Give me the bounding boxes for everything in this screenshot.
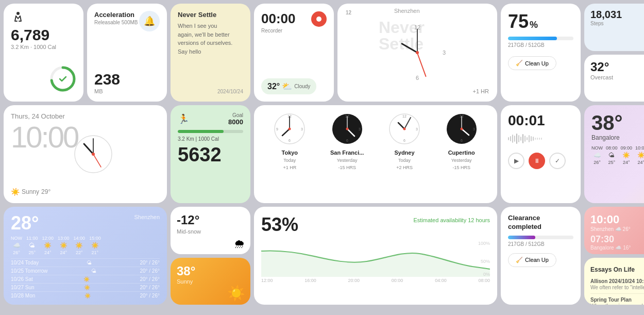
notes-title: Essays On Life bbox=[590, 266, 635, 273]
fitness-runner-icon: 🏃 bbox=[178, 113, 189, 125]
steps-18031-count: 18,031 bbox=[590, 9, 622, 21]
cleanup-label: Clean Up bbox=[525, 60, 549, 67]
date-weather: ☀️ Sunny 29° bbox=[11, 188, 50, 196]
clock-city: Shenzhen bbox=[394, 8, 420, 14]
time-offset: +1 HR bbox=[473, 88, 489, 94]
battery-time-labels: 12:0016:0020:0000:0004:0008:00 bbox=[261, 278, 490, 283]
never-settle-text: When I see you again, we'll be better ve… bbox=[178, 22, 243, 56]
shenzhen-forecast: 10/24 Today🌤20° / 26° 10/25 Tomorrow🌤20°… bbox=[11, 258, 160, 300]
play-button[interactable]: ▶ bbox=[508, 153, 524, 169]
pink-clock-time: 10:00 bbox=[590, 213, 644, 226]
fitness-steps: 5632 bbox=[178, 144, 243, 166]
storage-bar-fill bbox=[508, 37, 557, 40]
fitness-bar bbox=[178, 130, 224, 133]
snow-condition: Mid-snow bbox=[177, 228, 244, 235]
weather-temp-32: 32° bbox=[590, 60, 609, 74]
clock-overlay-svg bbox=[73, 134, 114, 175]
activity-arc bbox=[49, 65, 76, 92]
shenzhen-temp: 28° bbox=[11, 214, 39, 233]
clock-sydney: 12 3 6 Sydney Today +2 HRS bbox=[388, 112, 421, 170]
cleanup-label-2: Clean Up bbox=[525, 257, 549, 263]
clock-sf: 12 3 6 San Franci... Yesterday -15 HRS bbox=[330, 112, 364, 170]
storage-label: MB bbox=[94, 88, 120, 94]
clearance-size: 217GB / 512GB bbox=[508, 241, 573, 247]
right-stack-widgets: 18,031 Steps 🏃 32° ☁️ Overcast bbox=[584, 4, 644, 102]
notes-widget: Essays On Life + Allison 2024/10/24 10:0… bbox=[584, 258, 644, 305]
svg-line-6 bbox=[93, 154, 101, 167]
clearance-title: Clearance completed bbox=[508, 214, 573, 231]
cleanup-button-clearance[interactable]: 🧹 Clean Up bbox=[508, 253, 556, 267]
timer-controls: ▶ ⏸ ✓ bbox=[508, 153, 573, 169]
sunny-widget: 38° Sunny ☀️ bbox=[171, 258, 250, 305]
timer-widget: 00:01 ▶ ⏸ ✓ bbox=[501, 105, 581, 203]
never-settle-widget: Never Settle When I see you again, we'll… bbox=[171, 4, 250, 102]
svg-point-0 bbox=[16, 12, 20, 15]
svg-text:3: 3 bbox=[359, 127, 361, 131]
clock-location: 12 bbox=[346, 9, 351, 16]
broom-icon-2: 🧹 bbox=[516, 257, 523, 263]
steps-18031-label: Steps bbox=[590, 21, 622, 26]
bell-icon: 🔔 bbox=[139, 11, 160, 31]
date-label: Thurs, 24 October bbox=[11, 112, 160, 120]
recorder-widget: 00:00 Recorder 32° ⛅ Cloudy bbox=[254, 4, 334, 102]
svg-text:6: 6 bbox=[403, 139, 405, 142]
battery-chart: 100% 50% 0% bbox=[261, 241, 490, 277]
activity-detail: 3.2 Km · 1000 Cal bbox=[11, 44, 76, 50]
pause-button[interactable]: ⏸ bbox=[529, 153, 545, 169]
shenzhen-city: Shenzhen bbox=[134, 214, 160, 220]
note-1: Allison 2024/10/24 10:00 We often refer … bbox=[590, 278, 644, 290]
storage-size: 217GB / 512GB bbox=[508, 42, 573, 48]
snow-icon: 🌨 bbox=[234, 238, 245, 251]
pink-clock-time2: 07:30 bbox=[590, 234, 644, 245]
note-2: Spring Tour Plan When there is no sunshi… bbox=[590, 297, 644, 305]
date-clock-widget: Thurs, 24 October 10:00 ☀️ Sunny 29° bbox=[4, 105, 167, 203]
battery-widget: 53% Estimated availability 12 hours 100%… bbox=[254, 207, 497, 305]
svg-point-29 bbox=[403, 128, 406, 130]
battery-estimated: Estimated availability 12 hours bbox=[413, 217, 490, 223]
svg-text:6: 6 bbox=[346, 139, 348, 142]
weather-bangalore-widget: 38° Bangalore Sunny ↑38° ↓18° NOW☁️26° 0… bbox=[584, 105, 644, 203]
world-clocks-widget: 12 3 6 9 Tokyo Today +1 HR bbox=[254, 105, 497, 203]
svg-text:9: 9 bbox=[276, 127, 278, 131]
snow-widget: -12° Mid-snow 🌨 bbox=[171, 207, 250, 254]
svg-line-13 bbox=[282, 129, 290, 136]
svg-point-15 bbox=[289, 128, 291, 130]
storage-75-widget: 75 % 217GB / 512GB 🧹 Clean Up bbox=[501, 4, 581, 102]
record-button[interactable] bbox=[311, 11, 327, 27]
storage-clearance-widget: Clearance completed 217GB / 512GB 🧹 Clea… bbox=[501, 207, 581, 305]
note1-text: We often refer to "intellectual elegance… bbox=[590, 285, 644, 290]
bangalore-hourly: NOW☁️26° 08:00🌤25° 09:00☀️24° 10:00☀️24°… bbox=[591, 145, 644, 165]
battery-percent: 53% bbox=[261, 214, 298, 236]
minute-hand bbox=[417, 29, 418, 53]
goal-label: Goal bbox=[228, 112, 243, 118]
bangalore-temp: 38° bbox=[591, 112, 623, 133]
acceleration-widget: Acceleration Releasable 500MB 🔔 238 MB bbox=[87, 4, 167, 102]
storage-percent: 75 bbox=[508, 11, 529, 32]
broom-icon: 🧹 bbox=[516, 60, 523, 67]
note2-text: When there is no sunshine, listen to the… bbox=[590, 303, 644, 305]
cleanup-button-75[interactable]: 🧹 Clean Up bbox=[508, 56, 556, 70]
dashboard-grid: 6,789 3.2 Km · 1000 Cal Acceleration Rel… bbox=[0, 0, 644, 315]
svg-line-4 bbox=[84, 144, 93, 154]
note1-author: Allison 2024/10/24 10:00 bbox=[590, 278, 644, 284]
svg-point-7 bbox=[92, 153, 95, 156]
orange-weather-stack: 10:00 Shenzhen ☁️ 26° 07:30 Bangalore ☁️… bbox=[584, 207, 644, 305]
svg-text:3: 3 bbox=[301, 127, 303, 131]
pink-clock-city: Shenzhen ☁️ 26° bbox=[590, 226, 644, 232]
storage-unit: % bbox=[530, 20, 538, 30]
never-settle-date: 2024/10/24 bbox=[217, 89, 243, 94]
check-button[interactable]: ✓ bbox=[549, 153, 566, 169]
svg-point-22 bbox=[346, 128, 348, 130]
steps-count: 6,789 bbox=[11, 27, 76, 43]
note2-title: Spring Tour Plan bbox=[590, 297, 644, 303]
clock-tokyo: 12 3 6 9 Tokyo Today +1 HR bbox=[273, 112, 306, 170]
svg-text:3: 3 bbox=[416, 127, 418, 131]
bangalore-city: Bangalore bbox=[591, 134, 623, 141]
fitness-goal-widget: 🏃 Goal 8000 3.2 Km | 1000 Cal 5632 bbox=[171, 105, 250, 203]
svg-line-27 bbox=[398, 123, 404, 129]
weather-overcast: Overcast bbox=[590, 74, 644, 80]
storage-mb: 238 bbox=[94, 71, 120, 88]
fitness-stats: 3.2 Km | 1000 Cal bbox=[178, 136, 243, 142]
snow-temp: -12° bbox=[177, 213, 244, 227]
weather-32-widget: 32° ☁️ Overcast bbox=[584, 55, 644, 102]
